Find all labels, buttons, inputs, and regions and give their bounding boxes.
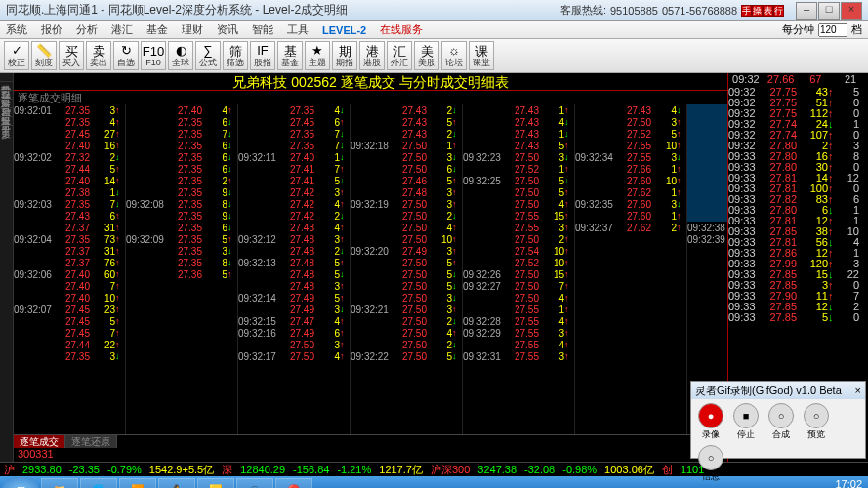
tool-主题[interactable]: ★主题 xyxy=(305,41,330,70)
menu-2[interactable]: 分析 xyxy=(76,22,98,37)
task-icon-0[interactable]: 📁 xyxy=(41,478,78,488)
gif-预览[interactable]: ○预览 xyxy=(801,403,832,441)
bottab-1[interactable]: 逐笔还原 xyxy=(65,435,117,448)
sidetab-4[interactable]: 竞价平台 xyxy=(0,108,13,117)
tick-row: 27.465↑ xyxy=(351,175,462,186)
menu-9[interactable]: LEVEL-2 xyxy=(322,24,366,36)
tool-筛选[interactable]: 筛筛选 xyxy=(223,41,248,70)
外汇-icon: 汇 xyxy=(393,43,406,57)
tick-row: 27.356↓ xyxy=(126,116,237,128)
tick-row: 09:32:3427.553↓ xyxy=(575,151,686,163)
gif-录像[interactable]: ●录像 xyxy=(695,403,726,441)
tick-row: 27.455↑ xyxy=(14,315,125,327)
rp-head-ct: 21 xyxy=(833,73,868,86)
sidetab-2[interactable]: 公告资讯 xyxy=(0,91,13,100)
tool-课堂[interactable]: 课课堂 xyxy=(469,41,494,70)
window-title: 同花顺.上海同通1 - 同花顺Level-2深度分析系统 - Level-2成交… xyxy=(6,2,348,19)
rp-row: 09:3327.8016↑8 xyxy=(728,150,868,161)
tick-row: 27.434↑ xyxy=(238,222,350,233)
status-item: -1.21% xyxy=(337,464,371,475)
subhead: 逐笔成交明细 xyxy=(14,91,727,104)
bottom-tabs: 逐笔成交逐笔还原 xyxy=(14,434,727,448)
tool-股指[interactable]: IF股指 xyxy=(250,41,275,70)
menu-4[interactable]: 基金 xyxy=(146,22,168,37)
refresh-input[interactable] xyxy=(818,23,847,37)
minimize-button[interactable]: – xyxy=(796,2,817,20)
tick-row: 27.502↓ xyxy=(351,210,462,222)
task-icon-1[interactable]: 🌐 xyxy=(80,478,117,488)
task-icon-4[interactable]: 🟨 xyxy=(197,478,234,488)
status-item: 1542.9+5.5亿 xyxy=(149,463,214,477)
menu-6[interactable]: 资讯 xyxy=(217,22,238,37)
rp-row: 09:3327.9011↑7 xyxy=(728,290,868,301)
tool-公式[interactable]: ∑公式 xyxy=(195,41,221,70)
tool-自选[interactable]: ↻自选 xyxy=(113,41,139,70)
menu-10[interactable]: 在线服务 xyxy=(380,22,423,37)
tool-外汇[interactable]: 汇外汇 xyxy=(387,41,412,70)
sidetab-5[interactable]: 更多 xyxy=(0,117,13,126)
mini-表格[interactable]: 表 xyxy=(763,5,773,17)
sidetab-3[interactable]: 自定分析 xyxy=(0,100,13,108)
tool-买入[interactable]: 买买入 xyxy=(59,41,84,70)
maximize-button[interactable]: □ xyxy=(818,2,840,20)
gif-close-icon[interactable]: × xyxy=(855,385,861,396)
gif-合成[interactable]: ○合成 xyxy=(765,403,797,441)
start-button[interactable]: ⊞ xyxy=(2,477,39,488)
tool-校正[interactable]: ✓校正 xyxy=(4,41,29,70)
sidetab-1[interactable]: 技术分析 xyxy=(0,82,13,91)
tick-row: 27.502↑ xyxy=(463,233,574,245)
mini-行情[interactable]: 行 xyxy=(773,5,784,17)
task-icon-3[interactable]: 🐧 xyxy=(158,478,195,488)
menu-5[interactable]: 理财 xyxy=(182,22,203,37)
tick-row: 27.417↑ xyxy=(238,163,350,175)
tick-row: 27.525↑ xyxy=(575,128,686,140)
全球-icon: ◐ xyxy=(176,43,186,57)
tool-论坛[interactable]: ☼论坛 xyxy=(441,41,467,70)
tick-row: 27.356↓ xyxy=(126,140,237,151)
tick-row: 27.505↑ xyxy=(463,186,574,198)
课堂-icon: 课 xyxy=(475,43,488,57)
rp-row: 09:3327.806↓1 xyxy=(728,204,868,215)
rp-row: 09:3327.8283↑6 xyxy=(728,193,868,204)
tick-row: 27.424↑ xyxy=(238,198,350,210)
menu-7[interactable]: 智能 xyxy=(252,22,273,37)
menu-8[interactable]: 工具 xyxy=(287,22,309,37)
gif-recorder-window[interactable]: 灵者Gif录制(GifGod) v1.0 Beta × ●录像■停止○合成○预览… xyxy=(690,381,866,459)
tick-row: 27.503↓ xyxy=(351,292,462,304)
mini-操盘[interactable]: 操 xyxy=(752,5,763,17)
menu-1[interactable]: 报价 xyxy=(41,22,62,37)
task-icon-2[interactable]: 🟧 xyxy=(119,478,156,488)
rp-row: 09:3327.8612↑1 xyxy=(728,247,868,258)
bottab-0[interactable]: 逐笔成交 xyxy=(14,435,65,448)
sidetab-0[interactable]: 分时走势 xyxy=(0,73,13,82)
tick-row: 09:32:0227.322↓ xyxy=(14,151,125,163)
rp-head-price: 27.66 xyxy=(764,73,799,86)
menu-3[interactable]: 港汇 xyxy=(111,22,133,37)
tool-美股[interactable]: 美美股 xyxy=(414,41,439,70)
tick-row: 27.483↑ xyxy=(238,280,350,292)
task-icon-5[interactable]: ☯ xyxy=(236,478,273,488)
tool-基金[interactable]: 基基金 xyxy=(277,41,303,70)
tool-期指[interactable]: 期期指 xyxy=(332,41,357,70)
close-button[interactable]: × xyxy=(841,2,862,20)
refresh-label: 每分钟 xyxy=(782,22,814,37)
tick-row: 27.676↑ xyxy=(687,280,727,292)
基金-icon: 基 xyxy=(284,43,297,57)
tool-港股[interactable]: 港港股 xyxy=(359,41,385,70)
menu-0[interactable]: 系统 xyxy=(6,22,27,37)
tick-row: 27.422↓ xyxy=(238,210,350,222)
tick-row: 09:32:1127.401↓ xyxy=(238,151,350,163)
gif-停止[interactable]: ■停止 xyxy=(730,403,762,441)
tick-row: 09:32:2727.507↑ xyxy=(463,280,574,292)
tick-row: 27.353↓ xyxy=(14,350,125,362)
tool-F10[interactable]: F10F10 xyxy=(141,41,166,70)
gif-信息[interactable]: ○信息 xyxy=(695,445,726,483)
tick-row: 09:32:2227.505↓ xyxy=(351,350,462,362)
自选-icon: ↻ xyxy=(121,43,132,57)
task-icon-6[interactable]: 🔴 xyxy=(275,478,312,488)
tool-全球[interactable]: ◐全球 xyxy=(168,41,193,70)
tick-row: 27.407↑ xyxy=(14,280,125,292)
mini-手机[interactable]: 手 xyxy=(741,5,752,17)
tool-卖出[interactable]: 卖卖出 xyxy=(86,41,111,70)
tool-刻度[interactable]: 📏刻度 xyxy=(31,41,57,70)
